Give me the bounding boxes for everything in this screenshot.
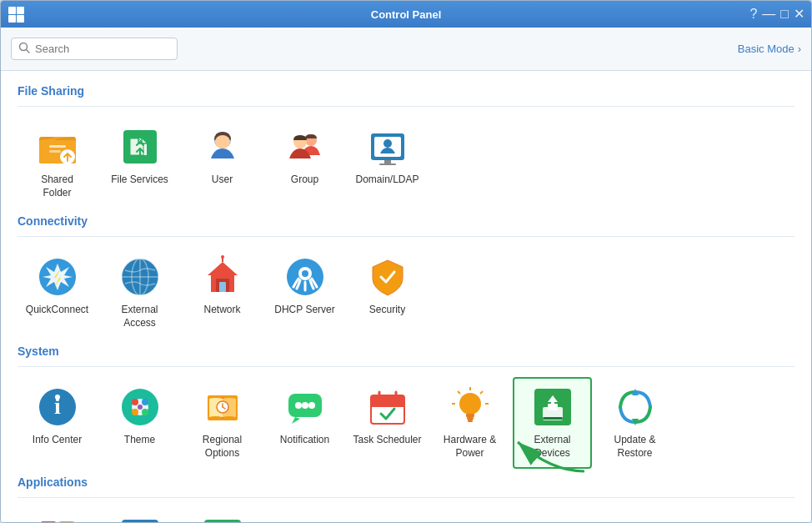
info-center-icon: i <box>36 385 79 429</box>
svg-point-31 <box>221 255 224 259</box>
window-title: Control Panel <box>371 8 442 21</box>
shared-folder-icon <box>36 125 79 168</box>
title-bar-left <box>8 6 24 23</box>
svg-point-44 <box>138 405 143 410</box>
external-devices-label: ExternalDevices <box>534 434 570 460</box>
svg-rect-70 <box>543 417 563 420</box>
content-area: File Sharing <box>1 71 811 522</box>
item-external-access[interactable]: External Access <box>100 247 179 338</box>
item-task-scheduler[interactable]: Task Scheduler <box>348 377 427 468</box>
basic-mode-label: Basic Mode <box>738 43 794 55</box>
svg-point-43 <box>142 409 148 415</box>
item-shared-folder-sync[interactable]: Shared FolderSync <box>265 508 344 522</box>
svg-point-18 <box>383 139 392 148</box>
domain-ldap-label: Domain/LDAP <box>355 173 419 187</box>
item-shared-folder[interactable]: SharedFolder <box>18 117 97 208</box>
control-panel-window: Control Panel ? — □ ✕ Basic Mode › Fi <box>0 0 812 523</box>
svg-point-50 <box>295 402 302 409</box>
svg-point-42 <box>132 409 138 415</box>
search-box[interactable] <box>11 38 178 60</box>
help-button[interactable]: ? <box>749 8 757 21</box>
app-icon <box>8 6 24 23</box>
dhcp-server-icon <box>283 255 327 299</box>
minimize-button[interactable]: — <box>762 8 775 21</box>
notification-icon <box>283 385 327 429</box>
hardware-power-label: Hardware &Power <box>444 434 496 460</box>
task-scheduler-label: Task Scheduler <box>353 434 421 447</box>
divider-connectivity <box>18 236 794 237</box>
section-system: System i Info Center <box>18 344 794 468</box>
close-button[interactable]: ✕ <box>794 8 804 21</box>
update-restore-icon <box>614 385 657 429</box>
dhcp-server-label: DHCP Server <box>274 304 334 317</box>
item-notification[interactable]: Notification <box>265 377 344 468</box>
svg-rect-8 <box>49 145 66 148</box>
item-file-services[interactable]: File Services <box>100 117 179 208</box>
terminal-snmp-icon <box>366 516 409 522</box>
domain-ldap-icon <box>366 125 409 168</box>
section-applications: Applications <box>18 475 794 522</box>
item-application-portal[interactable]: ApplicationPortal <box>100 508 179 522</box>
item-terminal-snmp[interactable]: Terminal &SNMP <box>348 508 427 522</box>
toolbar: Basic Mode › <box>1 28 811 71</box>
svg-rect-81 <box>204 520 241 522</box>
item-update-restore[interactable]: Update &Restore <box>595 377 674 468</box>
svg-rect-55 <box>371 402 404 407</box>
svg-point-52 <box>308 402 315 409</box>
item-domain-ldap[interactable]: Domain/LDAP <box>348 117 427 208</box>
indexing-service-icon <box>201 516 244 522</box>
external-access-label: External Access <box>105 304 174 329</box>
connectivity-grid: QuickConnect <box>18 247 794 338</box>
svg-rect-1 <box>17 7 24 14</box>
theme-label: Theme <box>124 434 155 447</box>
maximize-button[interactable]: □ <box>780 8 789 21</box>
item-external-devices[interactable]: ExternalDevices <box>513 377 592 468</box>
svg-line-5 <box>27 50 30 53</box>
group-icon <box>283 125 327 168</box>
section-title-applications: Applications <box>18 475 794 489</box>
search-input[interactable] <box>35 43 170 55</box>
network-label: Network <box>203 304 240 317</box>
item-hardware-power[interactable]: Hardware &Power <box>430 377 509 468</box>
item-dhcp-server[interactable]: DHCP Server <box>265 247 344 338</box>
item-indexing-service[interactable]: IndexingService <box>183 508 262 522</box>
item-security[interactable]: Security <box>348 247 427 338</box>
divider-system <box>18 366 794 367</box>
item-network[interactable]: Network <box>183 247 262 338</box>
quickconnect-icon <box>36 255 79 299</box>
svg-rect-29 <box>219 282 226 292</box>
svg-rect-2 <box>8 15 16 23</box>
applications-grid: Privileges ApplicationPortal <box>18 508 794 522</box>
item-quickconnect[interactable]: QuickConnect <box>18 247 97 338</box>
svg-line-63 <box>458 391 460 394</box>
svg-rect-75 <box>59 521 74 522</box>
item-regional-options[interactable]: RegionalOptions <box>183 377 262 468</box>
svg-rect-3 <box>17 15 24 23</box>
item-theme[interactable]: Theme <box>100 377 179 468</box>
svg-point-40 <box>132 399 138 405</box>
update-restore-label: Update &Restore <box>614 434 655 460</box>
section-file-sharing: File Sharing <box>18 84 794 208</box>
svg-rect-0 <box>8 7 16 14</box>
external-devices-icon <box>531 385 574 429</box>
item-user[interactable]: User <box>183 117 262 208</box>
divider-file-sharing <box>18 106 794 107</box>
divider-applications <box>18 497 794 498</box>
basic-mode-button[interactable]: Basic Mode › <box>738 43 801 55</box>
svg-line-64 <box>480 391 483 394</box>
svg-point-58 <box>459 393 481 415</box>
application-portal-icon <box>118 516 162 522</box>
item-privileges[interactable]: Privileges <box>18 508 97 522</box>
group-label: Group <box>291 173 318 187</box>
item-group[interactable]: Group <box>265 117 344 208</box>
task-scheduler-icon <box>366 385 409 429</box>
section-title-connectivity: Connectivity <box>18 214 794 228</box>
hardware-power-icon <box>449 385 492 429</box>
system-grid: i Info Center <box>18 377 794 468</box>
shared-folder-sync-icon <box>283 516 327 522</box>
section-title-file-sharing: File Sharing <box>18 84 794 98</box>
title-bar: Control Panel ? — □ ✕ <box>1 1 811 28</box>
section-connectivity: Connectivity QuickConnect <box>18 214 794 338</box>
theme-icon <box>118 385 162 429</box>
item-info-center[interactable]: i Info Center <box>18 377 97 468</box>
